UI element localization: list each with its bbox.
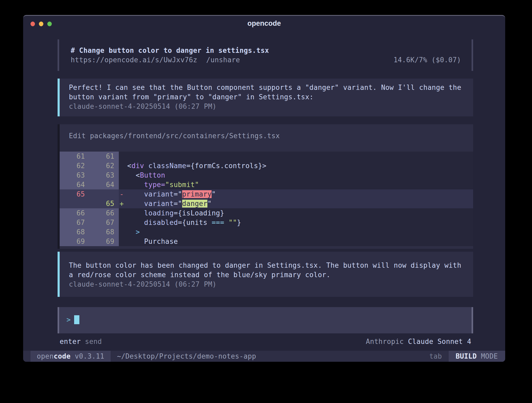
- edit-tool-card: Edit packages/frontend/src/containers/Se…: [58, 124, 473, 249]
- diff-row: 6969 Purchase: [60, 237, 473, 246]
- window-titlebar: opencode: [23, 16, 505, 30]
- diff-row: 65+ variant="danger": [60, 199, 473, 208]
- working-directory: ~/Desktop/Projects/demo-notes-app: [117, 351, 256, 362]
- message-model-timestamp: claude-sonnet-4-20250514 (06:27 PM): [69, 102, 466, 111]
- app-version-badge: opencode v0.3.11: [30, 351, 111, 362]
- message-text-line: Perfect! I can see that the Button compo…: [69, 83, 466, 92]
- status-bar: opencode v0.3.11 ~/Desktop/Projects/demo…: [23, 351, 505, 362]
- message-text-line: a red/rose color scheme instead of the b…: [69, 270, 466, 280]
- mode-label-bold: BUILD: [456, 352, 477, 360]
- diff-row: 65- variant="primary": [60, 189, 473, 199]
- app-version: v0.3.11: [70, 352, 104, 360]
- prompt-chevron: >: [66, 315, 71, 324]
- diff-row: 6868 >: [60, 227, 473, 237]
- context-usage-stats: 14.6K/7% ($0.07): [393, 55, 461, 65]
- diff-row: 6767 disabled={units === ""}: [60, 218, 473, 227]
- input-footer: enter send Anthropic Claude Sonnet 4: [58, 337, 473, 346]
- diff-row: 6464 type="submit": [60, 180, 473, 189]
- assistant-message: Perfect! I can see that the Button compo…: [58, 79, 473, 116]
- text-cursor: [74, 315, 79, 324]
- assistant-message: The button color has been changed to dan…: [58, 252, 473, 297]
- diff-row: 6666 loading={isLoading}: [60, 208, 473, 218]
- prompt-input[interactable]: >: [58, 307, 473, 333]
- mode-label-rest: MODE: [477, 352, 498, 360]
- app-name-bold: code: [54, 352, 70, 360]
- diff-rows: 61616262 <div className={formCs.controls…: [60, 152, 473, 246]
- diff-row: 6161: [60, 152, 473, 161]
- session-title: # Change button color to danger in setti…: [71, 46, 461, 55]
- opencode-terminal-window: opencode # Change button color to danger…: [23, 15, 505, 362]
- diff-row: 6262 <div className={formCs.controls}>: [60, 161, 473, 170]
- mode-toggle[interactable]: BUILD MODE: [449, 351, 505, 362]
- model-name: Claude Sonnet 4: [408, 338, 471, 345]
- message-text-line: The button color has been changed to dan…: [69, 261, 466, 270]
- window-title: opencode: [23, 19, 505, 28]
- app-name-normal: open: [37, 352, 54, 360]
- message-text-line: button variant from "primary" to "danger…: [69, 92, 466, 102]
- enter-key-hint: enter: [60, 338, 81, 345]
- edit-tool-title: Edit packages/frontend/src/containers/Se…: [60, 131, 473, 141]
- diff-row: 6363 <Button: [60, 170, 473, 180]
- message-model-timestamp: claude-sonnet-4-20250514 (06:27 PM): [69, 280, 466, 289]
- send-action-hint: send: [85, 338, 102, 345]
- share-url-link[interactable]: https://opencode.ai/s/UwJxv76z: [71, 56, 197, 64]
- session-header: # Change button color to danger in setti…: [58, 39, 473, 71]
- tab-key-hint: tab: [429, 351, 442, 362]
- unshare-command[interactable]: /unshare: [206, 56, 240, 64]
- model-provider: Anthropic: [366, 338, 404, 345]
